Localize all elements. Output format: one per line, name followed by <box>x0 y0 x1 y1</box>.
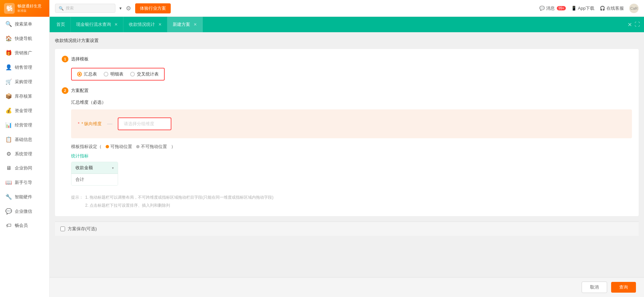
dimension-title: 汇总维度（必选） <box>71 99 632 105</box>
app-icon: 📱 <box>571 6 577 11</box>
save-label: 方案保存(可选) <box>68 226 97 232</box>
radio-cross[interactable]: 交叉统计表 <box>130 71 159 77</box>
sidebar: 畅 畅捷通好生意 标准版 🔍 搜索菜单 🏠 快捷导航 🎁 营销推广 👤 销售管理… <box>0 0 50 297</box>
step1-badge: 1 <box>62 56 68 62</box>
tab-new-plan[interactable]: 新建方案 ✕ <box>167 17 203 32</box>
step2-badge: 2 <box>62 87 68 94</box>
trial-btn[interactable]: 体验行业方案 <box>135 3 171 13</box>
avatar[interactable]: CaR <box>629 4 639 13</box>
dimension-select[interactable]: 请选择分组维度 <box>118 117 171 130</box>
draggable-indicator: 可拖动位置 <box>106 144 132 150</box>
app-download-btn[interactable]: 📱 App下载 <box>571 5 594 11</box>
radio-summary[interactable]: 汇总表 <box>77 71 97 77</box>
home-icon: 🏠 <box>5 35 12 42</box>
radio-detail-circle <box>104 72 108 77</box>
service-btn[interactable]: 🎧 在线客服 <box>600 5 624 11</box>
dimension-row: * * 纵向维度 — 请选择分组维度 <box>78 117 625 130</box>
sidebar-item-purchase[interactable]: 🛒 采购管理 <box>0 75 49 89</box>
cancel-button[interactable]: 取消 <box>582 282 607 293</box>
sidebar-item-quick-nav[interactable]: 🏠 快捷导航 <box>0 31 49 46</box>
tab-home[interactable]: 首页 <box>50 17 71 32</box>
marketing-icon: 🎁 <box>5 50 12 56</box>
logo-icon: 畅 <box>4 3 15 14</box>
search-menu-icon: 🔍 <box>5 21 12 27</box>
topbar-right: 💬 消息 99+ 📱 App下载 🎧 在线客服 CaR <box>539 4 639 13</box>
footer-actions: 取消 查询 <box>50 277 644 297</box>
messages-btn[interactable]: 💬 消息 99+ <box>539 5 566 11</box>
close-new-plan-icon[interactable]: ✕ <box>194 22 197 27</box>
metrics-header: 模板指标设定（ 可拖动位置 不可拖动位置 ） <box>71 144 632 150</box>
template-options: 汇总表 明细表 交叉统计表 <box>71 68 165 81</box>
step1-label: 选择模板 <box>71 56 89 62</box>
tab-actions: ✕ ⛶ <box>624 17 644 32</box>
close-receipt-stats-icon[interactable]: ✕ <box>158 22 162 27</box>
topbar-dropdown[interactable]: ▾ <box>119 6 122 11</box>
stats-label: 统计指标 <box>71 153 632 159</box>
step2-label: 方案配置 <box>71 88 89 94</box>
arrow-icon: — <box>107 121 112 127</box>
metrics-section: 模板指标设定（ 可拖动位置 不可拖动位置 ） 统计指标 <box>71 144 632 187</box>
tips-section: 提示： 1. 拖动标题栏可以调整布局，不可跨维度或指标区域拖动栏目字段(只能在同… <box>71 193 632 209</box>
minimize-icon[interactable]: ✕ <box>628 21 632 28</box>
tab-receipt-stats[interactable]: 收款情况统计 ✕ <box>123 17 167 32</box>
service-icon: 🎧 <box>600 6 605 11</box>
maximize-icon[interactable]: ⛶ <box>635 21 640 28</box>
sidebar-item-search-menu[interactable]: 🔍 搜索菜单 <box>0 17 49 31</box>
sidebar-item-enterprise[interactable]: 🖥 企业协同 <box>0 161 49 175</box>
wechat-icon: 💬 <box>5 208 12 214</box>
sidebar-item-marketing[interactable]: 🎁 营销推广 <box>0 46 49 60</box>
metrics-title-suffix: ） <box>171 144 175 150</box>
topbar: 🔍 搜索 ▾ ⚙ 体验行业方案 💬 消息 99+ 📱 App下载 🎧 在线客服 … <box>50 0 644 17</box>
required-star: * <box>78 121 79 126</box>
tab-bank-flow[interactable]: 现金银行流水查询 ✕ <box>71 17 123 32</box>
save-checkbox[interactable] <box>60 227 65 231</box>
inventory-icon: 📦 <box>5 93 12 99</box>
metrics-title-prefix: 模板指标设定（ <box>71 144 102 150</box>
tips-label: 提示： <box>71 193 83 201</box>
finance-icon: 💰 <box>5 107 12 114</box>
step2-row: 2 方案配置 <box>62 87 632 94</box>
sidebar-item-system[interactable]: ⚙ 系统管理 <box>0 147 49 161</box>
chevron-down-icon: ▾ <box>119 6 122 11</box>
non-draggable-indicator: 不可拖动位置 <box>136 144 167 150</box>
member-icon: 🏷 <box>5 222 12 229</box>
step2-content: 汇总维度（必选） * * 纵向维度 — 请选择分组维度 <box>71 99 632 209</box>
drag-dot-orange <box>106 145 109 148</box>
vertical-dim-label: * * 纵向维度 <box>78 121 102 127</box>
search-box[interactable]: 🔍 搜索 <box>55 4 115 13</box>
save-section: 方案保存(可选) <box>55 221 639 236</box>
chevron-down-icon: ▾ <box>112 166 114 170</box>
dimension-area: * * 纵向维度 — 请选择分组维度 <box>71 109 632 138</box>
logo-text: 畅捷通好生意 标准版 <box>17 4 42 13</box>
page-content: 收款情况统计方案设置 1 选择模板 汇总表 明细表 <box>50 32 644 277</box>
radio-detail[interactable]: 明细表 <box>104 71 123 77</box>
main-card: 1 选择模板 汇总表 明细表 <box>55 49 639 216</box>
sales-icon: 👤 <box>5 64 12 70</box>
sidebar-item-inventory[interactable]: 📦 库存核算 <box>0 89 49 103</box>
metrics-table-header[interactable]: 收款金额 ▾ <box>71 162 118 174</box>
message-icon: 💬 <box>539 6 545 11</box>
sidebar-item-hardware[interactable]: 🔧 智能硬件 <box>0 190 49 204</box>
close-bank-flow-icon[interactable]: ✕ <box>114 22 118 27</box>
nav-tabs: 首页 现金银行流水查询 ✕ 收款情况统计 ✕ 新建方案 ✕ ✕ ⛶ <box>50 17 644 32</box>
tip-row-1: 提示： 1. 拖动标题栏可以调整布局，不可跨维度或指标区域拖动栏目字段(只能在同… <box>71 193 632 201</box>
sidebar-item-sales[interactable]: 👤 销售管理 <box>0 60 49 75</box>
operation-icon: 📊 <box>5 122 12 128</box>
sidebar-item-wechat[interactable]: 💬 企业微信 <box>0 204 49 218</box>
content-area: 收款情况统计方案设置 1 选择模板 汇总表 明细表 <box>50 32 644 297</box>
sidebar-logo: 畅 畅捷通好生意 标准版 <box>0 0 49 17</box>
sidebar-item-operation[interactable]: 📊 经营管理 <box>0 118 49 132</box>
metrics-table: 收款金额 ▾ 合计 <box>71 162 118 186</box>
sidebar-item-guide[interactable]: 📖 新手引导 <box>0 175 49 190</box>
main-area: 🔍 搜索 ▾ ⚙ 体验行业方案 💬 消息 99+ 📱 App下载 🎧 在线客服 … <box>50 0 644 297</box>
query-button[interactable]: 查询 <box>611 282 636 293</box>
sidebar-item-finance[interactable]: 💰 资金管理 <box>0 103 49 118</box>
sidebar-item-member[interactable]: 🏷 畅会员 <box>0 218 49 233</box>
radio-cross-circle <box>130 72 135 77</box>
basic-info-icon: 📋 <box>5 136 12 143</box>
system-icon: ⚙ <box>5 151 12 157</box>
settings-icon[interactable]: ⚙ <box>126 5 131 12</box>
sidebar-item-basic-info[interactable]: 📋 基础信息 <box>0 132 49 147</box>
hardware-icon: 🔧 <box>5 194 12 200</box>
tip-row-2: 提示： 2. 点击标题栏下拉可设置排序、插入列和删除列 <box>71 201 632 209</box>
